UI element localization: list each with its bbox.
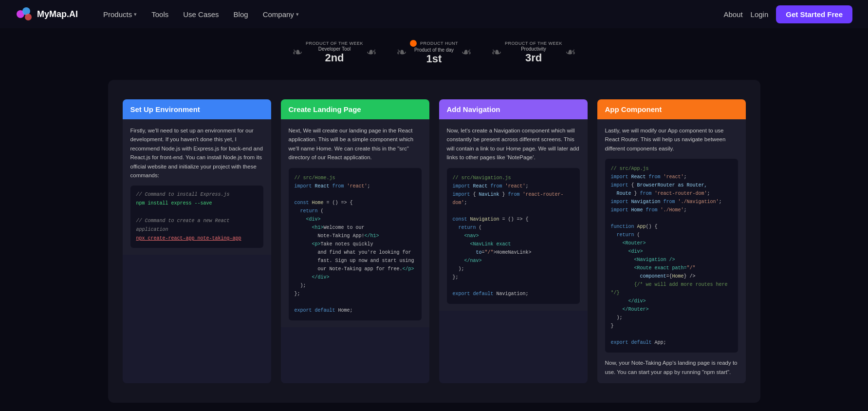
card-landing: Create Landing Page Next, We will create…	[281, 99, 429, 383]
card-appcomponent-code: // src/App.js import React from 'react';…	[605, 159, 738, 353]
card-setup: Set Up Environment Firstly, we'll need t…	[123, 99, 271, 383]
card-setup-code: // Command to install Express.js npm ins…	[130, 186, 263, 248]
nav-login-link[interactable]: Login	[751, 10, 769, 19]
card-appcomponent-body: Lastly, we will modify our App component…	[597, 119, 746, 383]
card-setup-desc: Firstly, we'll need to set up an environ…	[130, 126, 263, 180]
card-setup-header: Set Up Environment	[123, 99, 271, 119]
nav-usecases[interactable]: Use Cases	[177, 7, 224, 21]
chevron-down-icon: ▾	[296, 11, 299, 18]
award-product-of-day: ❧ Product Hunt Product of the day 1st ❧	[396, 40, 472, 64]
code-line: npm install express --save	[136, 199, 258, 208]
logo[interactable]: MyMap.AI	[16, 5, 78, 23]
cards-wrapper: Set Up Environment Firstly, we'll need t…	[108, 80, 760, 403]
card-appcomponent-desc: Lastly, we will modify our App component…	[605, 126, 738, 153]
card-navigation-code: // src/Navigation.js import React from '…	[447, 168, 580, 304]
card-navigation-desc: Now, let's create a Navigation component…	[447, 126, 580, 162]
nav-right: About Login Get Started Free	[723, 5, 852, 23]
award-developer-tool: ❧ Product Of The Week Developer Tool 2nd…	[292, 41, 377, 63]
card-landing-desc: Next, We will create our landing page in…	[289, 126, 422, 162]
card-appcomponent-footer: Now, your Note-Taking App's landing page…	[605, 358, 738, 376]
chevron-down-icon: ▾	[134, 11, 137, 18]
card-navigation-body: Now, let's create a Navigation component…	[439, 119, 588, 311]
wreath-left-icon: ❧	[396, 45, 407, 60]
card-landing-body: Next, We will create our landing page in…	[281, 119, 429, 327]
nav-company[interactable]: Company ▾	[257, 7, 305, 21]
award-productivity: ❧ Product Of The Week Productivity 3rd ❧	[491, 41, 576, 63]
nav-tools[interactable]: Tools	[146, 7, 174, 21]
navbar: MyMap.AI Products ▾ Tools Use Cases Blog…	[0, 0, 868, 28]
code-line: // Command to install Express.js	[136, 190, 258, 199]
producthunt-icon	[410, 40, 417, 47]
main-content: Set Up Environment Firstly, we'll need t…	[0, 80, 868, 411]
get-started-button[interactable]: Get Started Free	[776, 5, 852, 23]
code-line: npx create-react-app note-taking-app	[136, 234, 258, 243]
awards-section: ❧ Product Of The Week Developer Tool 2nd…	[0, 28, 868, 80]
card-landing-header: Create Landing Page	[281, 99, 429, 119]
card-navigation-header: Add Navigation	[439, 99, 588, 119]
card-appcomponent-header: App Component	[597, 99, 746, 119]
card-landing-code: // src/Home.js import React from 'react'…	[289, 168, 422, 320]
wreath-left-icon: ❧	[292, 45, 303, 60]
wreath-right-icon: ❧	[461, 45, 472, 60]
logo-icon	[16, 5, 33, 23]
svg-point-2	[25, 14, 32, 20]
wreath-right-icon: ❧	[565, 45, 576, 60]
nav-products[interactable]: Products ▾	[97, 7, 143, 21]
card-appcomponent: App Component Lastly, we will modify our…	[597, 99, 746, 383]
nav-blog[interactable]: Blog	[228, 7, 254, 21]
card-navigation: Add Navigation Now, let's create a Navig…	[439, 99, 588, 383]
card-setup-body: Firstly, we'll need to set up an environ…	[123, 119, 271, 255]
wreath-right-icon: ❧	[366, 45, 377, 60]
nav-about-link[interactable]: About	[723, 10, 742, 19]
nav-links: Products ▾ Tools Use Cases Blog Company …	[97, 7, 723, 21]
code-line: // Command to create a new React applica…	[136, 217, 258, 234]
logo-text: MyMap.AI	[37, 9, 78, 19]
wreath-left-icon: ❧	[491, 45, 502, 60]
